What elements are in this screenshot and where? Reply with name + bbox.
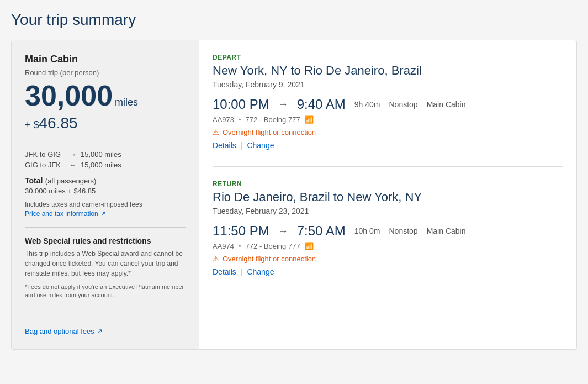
return-details-link[interactable]: Details [213, 267, 236, 276]
depart-flight-type: Nonstop [389, 100, 418, 109]
miles-unit: miles [115, 97, 138, 108]
divider-3 [25, 309, 186, 309]
return-label: RETURN [213, 180, 563, 188]
plus-cash-label: + $ [25, 119, 39, 130]
miles-amount: 30,000 [25, 81, 113, 110]
return-dot: • [239, 242, 241, 250]
cabin-class-label: Main Cabin [25, 54, 186, 65]
return-arrow: → [278, 225, 288, 237]
left-panel: Main Cabin Round trip (per person) 30,00… [12, 40, 199, 349]
route-jfk-gig-label: JFK to GIG [25, 150, 69, 159]
route-jfk-gig-arrow: → [69, 150, 76, 159]
routes-list: JFK to GIG → 15,000 miles GIG to JFK ← 1… [25, 150, 186, 169]
depart-cabin: Main Cabin [427, 100, 466, 109]
route-gig-jfk-miles: 15,000 miles [81, 161, 121, 169]
route-gig-jfk-arrow: ← [69, 161, 76, 169]
return-times-row: 11:50 PM → 7:50 AM 10h 0m Nonstop Main C… [213, 223, 563, 239]
return-arrive-time: 7:50 AM [297, 223, 346, 239]
web-special-title: Web Special rules and restrictions [25, 236, 186, 245]
warning-icon: ⚠ [213, 128, 219, 136]
plus-cash-display: + $46.85 [25, 114, 186, 132]
miles-display: 30,000 miles [25, 81, 186, 110]
round-trip-label: Round trip (per person) [25, 69, 186, 77]
depart-aircraft: 772 - Boeing 777 [246, 115, 300, 124]
total-value: 30,000 miles + $46.85 [25, 187, 186, 195]
return-info-row: AA974 • 772 - Boeing 777 📶 [213, 242, 563, 250]
depart-section: DEPART New York, NY to Rio De Janeiro, B… [213, 54, 563, 150]
route-gig-jfk: GIG to JFK ← 15,000 miles [25, 161, 186, 169]
depart-dot: • [239, 115, 241, 124]
right-panel: DEPART New York, NY to Rio De Janeiro, B… [199, 40, 576, 349]
depart-details-row: Details | Change [213, 141, 563, 150]
return-date: Tuesday, February 23, 2021 [213, 207, 563, 215]
return-flight-number: AA974 [213, 242, 234, 250]
depart-depart-time: 10:00 PM [213, 97, 269, 112]
taxes-note: Includes taxes and carrier-imposed fees [25, 201, 186, 208]
depart-label: DEPART [213, 54, 563, 61]
depart-flight-number: AA973 [213, 115, 234, 124]
divider-2 [25, 227, 186, 228]
return-route-title: Rio De Janeiro, Brazil to New York, NY [213, 190, 563, 204]
external-link-icon: ↗ [100, 210, 106, 218]
trip-summary-container: Main Cabin Round trip (per person) 30,00… [11, 40, 577, 350]
return-depart-time: 11:50 PM [213, 223, 269, 239]
depart-arrow: → [278, 99, 288, 111]
depart-date: Tuesday, February 9, 2021 [213, 80, 563, 89]
depart-overnight-warning: ⚠ Overnight flight or connection [213, 128, 563, 136]
depart-times-row: 10:00 PM → 9:40 AM 9h 40m Nonstop Main C… [213, 97, 563, 112]
depart-pipe: | [241, 141, 243, 150]
total-label: Total [25, 176, 43, 185]
price-tax-link[interactable]: Price and tax information ↗ [25, 210, 106, 218]
footnote: *Fees do not apply if you're an Executiv… [25, 283, 186, 300]
return-cabin: Main Cabin [427, 227, 466, 235]
return-details-row: Details | Change [213, 267, 563, 276]
return-aircraft: 772 - Boeing 777 [246, 242, 300, 250]
depart-info-row: AA973 • 772 - Boeing 777 📶 [213, 115, 563, 124]
depart-details-link[interactable]: Details [213, 141, 236, 150]
depart-arrive-time: 9:40 AM [297, 97, 346, 112]
route-jfk-gig: JFK to GIG → 15,000 miles [25, 150, 186, 159]
divider-1 [25, 141, 186, 141]
return-pipe: | [241, 267, 243, 276]
return-wifi-icon: 📶 [305, 242, 314, 250]
bag-fees-link[interactable]: Bag and optional fees ↗ [25, 327, 103, 335]
total-section: Total (all passengers) 30,000 miles + $4… [25, 176, 186, 195]
return-warning-icon: ⚠ [213, 255, 219, 263]
depart-route-title: New York, NY to Rio De Janeiro, Brazil [213, 64, 563, 78]
return-change-link[interactable]: Change [247, 267, 274, 276]
return-duration: 10h 0m [354, 227, 380, 235]
cash-amount: 46.85 [39, 114, 78, 131]
route-gig-jfk-label: GIG to JFK [25, 161, 69, 169]
total-qualifier: (all passengers) [45, 177, 97, 185]
route-jfk-gig-miles: 15,000 miles [81, 150, 121, 159]
page-title: Your trip summary [11, 11, 577, 29]
return-overnight-warning: ⚠ Overnight flight or connection [213, 255, 563, 263]
depart-change-link[interactable]: Change [247, 141, 274, 150]
return-section: RETURN Rio De Janeiro, Brazil to New Yor… [213, 166, 563, 276]
web-special-text: This trip includes a Web Special award a… [25, 249, 186, 278]
bag-fees-external-icon: ↗ [97, 327, 103, 335]
depart-duration: 9h 40m [354, 100, 380, 109]
return-flight-type: Nonstop [389, 227, 418, 235]
wifi-icon: 📶 [305, 115, 314, 124]
